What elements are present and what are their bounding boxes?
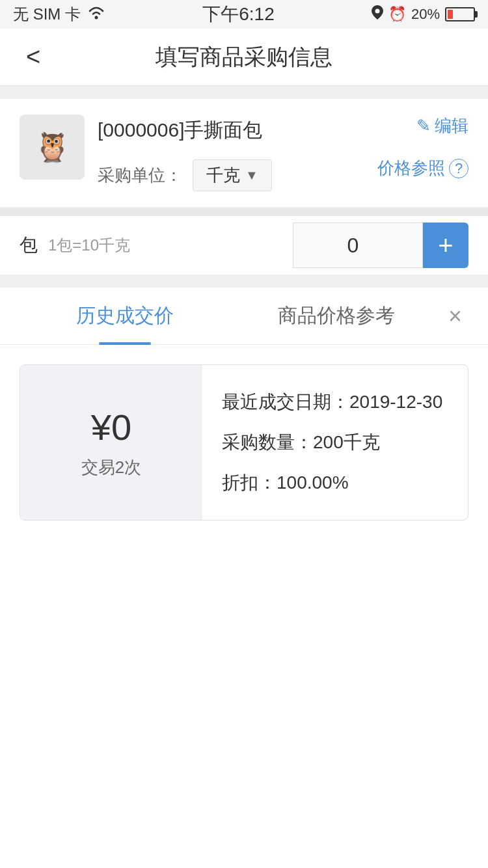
unit-dropdown-icon: ▼ [245, 168, 258, 183]
status-bar: 无 SIM 卡 下午6:12 ⏰ 20% [0, 0, 488, 29]
battery-percent: 20% [411, 6, 440, 23]
purchase-qty-row: 采购数量：200千克 [222, 429, 448, 456]
page-title: 填写商品采购信息 [156, 42, 332, 72]
help-icon: ? [449, 159, 468, 178]
tabs-header: 历史成交价 商品价格参考 × [0, 288, 488, 345]
battery-icon [445, 7, 475, 21]
tabs-section: 历史成交价 商品价格参考 × ¥0 交易2次 最近成交日期：2019-12-30… [0, 288, 488, 540]
location-icon [372, 5, 383, 23]
product-thumbnail: 🦉 [20, 115, 85, 180]
discount-row: 折扣：100.00% [222, 469, 448, 496]
price-details: 最近成交日期：2019-12-30 采购数量：200千克 折扣：100.00% [202, 365, 468, 520]
qty-unit-label: 包 [20, 233, 38, 258]
unit-label: 采购单位： [98, 164, 182, 187]
product-actions: ✎ 编辑 价格参照 ? [377, 115, 468, 180]
unit-value: 千克 [206, 164, 240, 187]
recent-date-row: 最近成交日期：2019-12-30 [222, 388, 448, 416]
price-summary: ¥0 交易2次 [20, 365, 202, 520]
product-logo-icon: 🦉 [34, 130, 70, 164]
product-name: [0000006]手撕面包 [98, 117, 272, 144]
qty-input[interactable] [293, 223, 423, 268]
back-button[interactable]: < [20, 36, 47, 77]
trade-count: 交易2次 [81, 456, 141, 479]
product-card: 🦉 [0000006]手撕面包 采购单位： 千克 ▼ ✎ 编辑 [0, 99, 488, 207]
tab-history-price[interactable]: 历史成交价 [20, 287, 230, 345]
tab-content-history: ¥0 交易2次 最近成交日期：2019-12-30 采购数量：200千克 折扣：… [0, 345, 488, 540]
qty-input-group: + [293, 223, 468, 268]
status-time: 下午6:12 [202, 2, 275, 27]
status-left: 无 SIM 卡 [13, 4, 105, 25]
carrier-text: 无 SIM 卡 [13, 4, 81, 25]
nav-bar: < 填写商品采购信息 [0, 29, 488, 86]
bottom-space [0, 540, 488, 868]
quantity-row: 包 1包=10千克 + [0, 216, 488, 275]
price-reference-button[interactable]: 价格参照 ? [377, 157, 468, 180]
product-info: [0000006]手撕面包 采购单位： 千克 ▼ [98, 115, 272, 191]
svg-point-1 [375, 9, 379, 14]
qty-conversion: 1包=10千克 [48, 235, 293, 256]
status-right: ⏰ 20% [372, 5, 475, 23]
tab-close-button[interactable]: × [442, 296, 468, 336]
edit-icon: ✎ [416, 116, 431, 136]
unit-select[interactable]: 千克 ▼ [193, 159, 272, 191]
svg-point-0 [95, 16, 98, 20]
price-card: ¥0 交易2次 最近成交日期：2019-12-30 采购数量：200千克 折扣：… [20, 364, 468, 521]
edit-button[interactable]: ✎ 编辑 [416, 115, 468, 137]
wifi-icon [87, 5, 105, 23]
alarm-icon: ⏰ [388, 6, 406, 23]
section-divider [0, 208, 488, 216]
qty-plus-button[interactable]: + [423, 223, 468, 268]
tab-product-price-ref[interactable]: 商品价格参考 [230, 287, 441, 345]
price-amount: ¥0 [91, 406, 131, 448]
quantity-section: 包 1包=10千克 + [0, 208, 488, 275]
